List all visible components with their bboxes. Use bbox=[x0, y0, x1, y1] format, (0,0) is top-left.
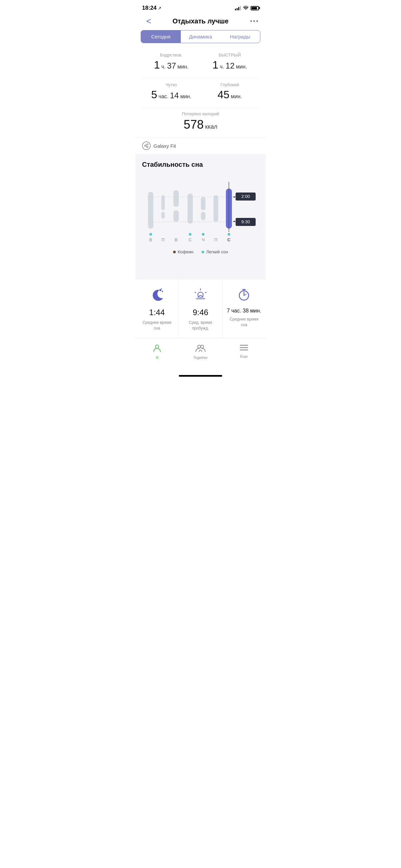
me-icon bbox=[153, 344, 161, 354]
stability-title: Стабильность сна bbox=[141, 161, 260, 168]
stat-light: Чутко 5 час. 14 мин. bbox=[142, 78, 201, 105]
svg-rect-16 bbox=[201, 212, 206, 220]
stat-card-sleep-duration: 7 час. 38 мин. Среднее время сна bbox=[222, 279, 266, 338]
sleep-stats-grid: Бодрствов. 1 ч. 37 мин. БЫСТРЫЙ 1 ч. 12 … bbox=[135, 49, 266, 75]
stat-light-value: 5 час. 14 мин. bbox=[151, 94, 191, 99]
stat-deep: Глубокий 45 мин. bbox=[201, 78, 259, 105]
home-indicator bbox=[135, 370, 266, 382]
svg-text:П: П bbox=[214, 237, 217, 242]
svg-line-40 bbox=[205, 292, 206, 293]
stat-card-sleep-time: 1:44 Среднее время сна bbox=[135, 279, 179, 338]
device-icon bbox=[142, 142, 151, 150]
bottom-nav: Я Together Еще bbox=[135, 338, 266, 370]
bottom-stats: 1:44 Среднее время сна 9:46 Сред. время … bbox=[135, 279, 266, 338]
stat-rem: БЫСТРЫЙ 1 ч. 12 мин. bbox=[201, 49, 259, 75]
sleep-stability-section: Стабильность сна bbox=[135, 154, 266, 279]
back-button[interactable]: < bbox=[142, 17, 155, 25]
wifi-icon bbox=[243, 5, 249, 11]
nav-item-me[interactable]: Я bbox=[135, 342, 179, 361]
tab-today[interactable]: Сегодня bbox=[141, 30, 181, 43]
svg-rect-7 bbox=[148, 192, 153, 228]
svg-rect-11 bbox=[174, 190, 179, 207]
sleep-time-label: Среднее время сна bbox=[140, 320, 175, 331]
svg-point-49 bbox=[198, 345, 201, 348]
battery-icon bbox=[251, 6, 259, 10]
stability-chart-svg: 2:00 9:30 В П В С Ч П С bbox=[141, 179, 260, 245]
nav-item-together[interactable]: Together bbox=[179, 342, 222, 361]
caffeine-label: Кофеин bbox=[178, 249, 193, 254]
sunrise-icon bbox=[183, 287, 218, 305]
light-sleep-label: Легкий сон bbox=[206, 249, 228, 254]
tab-bar: Сегодня Динамика Награды bbox=[141, 30, 260, 43]
tab-dynamics[interactable]: Динамика bbox=[181, 30, 220, 43]
more-icon bbox=[240, 344, 248, 353]
stat-awake-label: Бодрствов. bbox=[145, 53, 197, 58]
timer-icon bbox=[226, 287, 261, 305]
status-time: 18:24 bbox=[142, 5, 156, 11]
svg-text:В: В bbox=[149, 237, 152, 242]
svg-text:С: С bbox=[227, 237, 230, 242]
nav-me-label: Я bbox=[156, 355, 158, 360]
status-bar: 18:24 ↗ bbox=[135, 0, 266, 14]
location-icon: ↗ bbox=[158, 6, 161, 11]
svg-rect-9 bbox=[161, 195, 165, 210]
calories-label: Потеряно калорий bbox=[142, 111, 259, 116]
svg-rect-13 bbox=[187, 193, 193, 224]
caffeine-dot bbox=[173, 251, 176, 253]
svg-point-48 bbox=[155, 345, 159, 348]
svg-text:В: В bbox=[175, 237, 178, 242]
stat-awake-value: 1 ч. 37 мин. bbox=[154, 64, 188, 69]
svg-point-37 bbox=[161, 288, 162, 289]
svg-point-2 bbox=[147, 146, 148, 148]
sleep-duration-value: 7 час. 38 мин. bbox=[226, 308, 261, 314]
together-icon bbox=[195, 344, 206, 354]
svg-point-8 bbox=[149, 233, 152, 236]
stat-deep-value: 45 мин. bbox=[218, 94, 242, 99]
calories-value: 578 ккал bbox=[142, 118, 259, 132]
device-name: Galaxy Fit bbox=[153, 143, 176, 149]
svg-rect-10 bbox=[161, 212, 165, 219]
svg-marker-27 bbox=[233, 221, 236, 222]
svg-line-3 bbox=[146, 145, 147, 146]
sleep-stats-grid-2: Чутко 5 час. 14 мин. Глубокий 45 мин. bbox=[135, 78, 266, 105]
sleep-duration-label: Среднее время сна bbox=[226, 316, 261, 328]
svg-point-0 bbox=[145, 145, 146, 147]
svg-point-1 bbox=[147, 144, 148, 145]
nav-item-more[interactable]: Еще bbox=[222, 342, 266, 361]
svg-line-41 bbox=[195, 292, 196, 293]
stat-rem-value: 1 ч. 12 мин. bbox=[213, 64, 247, 69]
status-icons bbox=[235, 5, 259, 11]
sleep-chart: 2:00 9:30 В П В С Ч П С Кофеин Легкий со… bbox=[141, 175, 260, 274]
device-badge: Galaxy Fit bbox=[135, 137, 266, 154]
home-bar bbox=[179, 375, 222, 377]
chart-legend: Кофеин Легкий сон bbox=[141, 249, 260, 257]
svg-marker-26 bbox=[233, 196, 236, 198]
nav-header: < Отдыхать лучше ••• bbox=[135, 14, 266, 30]
svg-line-4 bbox=[146, 146, 147, 147]
svg-point-17 bbox=[202, 233, 205, 236]
wake-time-value: 9:46 bbox=[183, 308, 218, 317]
signal-icon bbox=[235, 6, 241, 10]
stat-light-label: Чутко bbox=[145, 82, 197, 87]
svg-point-20 bbox=[227, 233, 230, 236]
stat-deep-label: Глубокий bbox=[204, 82, 256, 87]
nav-together-label: Together bbox=[193, 355, 208, 360]
tab-rewards[interactable]: Награды bbox=[220, 30, 260, 43]
svg-point-36 bbox=[162, 291, 163, 292]
svg-rect-12 bbox=[174, 210, 179, 222]
svg-rect-18 bbox=[214, 195, 218, 222]
stat-awake: Бодрствов. 1 ч. 37 мин. bbox=[142, 49, 201, 75]
svg-text:С: С bbox=[188, 237, 191, 242]
svg-point-50 bbox=[201, 345, 204, 348]
svg-text:П: П bbox=[161, 237, 164, 242]
more-button[interactable]: ••• bbox=[246, 18, 259, 25]
svg-text:Ч: Ч bbox=[202, 237, 205, 242]
legend-light-sleep: Легкий сон bbox=[202, 249, 228, 254]
stat-card-wake-time: 9:46 Сред. время пробужд. bbox=[179, 279, 222, 338]
legend-caffeine: Кофеин bbox=[173, 249, 193, 254]
svg-text:9:30: 9:30 bbox=[241, 219, 250, 224]
sleep-time-value: 1:44 bbox=[140, 308, 175, 317]
moon-icon bbox=[140, 287, 175, 305]
calories-section: Потеряно калорий 578 ккал bbox=[135, 108, 266, 137]
svg-text:2:00: 2:00 bbox=[241, 194, 250, 199]
